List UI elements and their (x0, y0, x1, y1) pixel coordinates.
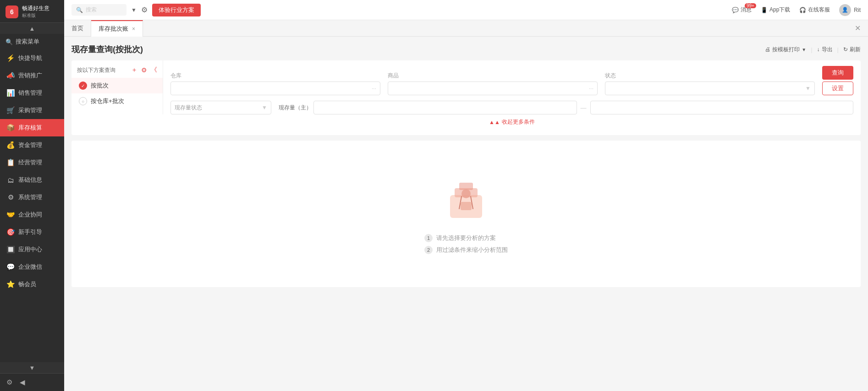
tab-close-icon[interactable]: × (132, 26, 135, 32)
sidebar-search[interactable]: 🔍 搜索菜单 (0, 34, 64, 49)
svg-point-3 (461, 189, 471, 198)
sidebar-item-sales[interactable]: 📊 销售管理 (0, 84, 64, 102)
tab-inventory-batch[interactable]: 库存批次账 × (91, 20, 143, 37)
sidebar-item-purchase[interactable]: 🛒 采购管理 (0, 102, 64, 119)
filter-sidebar-actions: ＋ ⚙ 《 (131, 66, 157, 74)
collapse-sidebar-icon[interactable]: ◀ (20, 378, 25, 386)
scheme-settings-icon[interactable]: ⚙ (141, 66, 147, 74)
product-field: 商品 ··· (388, 72, 598, 95)
filter-row-2: 现存量状态 ▼ 现存量（主） — (170, 101, 853, 114)
sidebar-nav: ⚡ 快捷导航 📣 营销推广 📊 销售管理 🛒 采购管理 📦 库存核算 💰 资金管… (0, 49, 64, 362)
app-download-action[interactable]: 📱 App下载 (761, 6, 790, 14)
sidebar-item-inventory[interactable]: 📦 库存核算 (0, 119, 64, 136)
topbar-search-box[interactable]: 🔍 搜索 (71, 4, 126, 16)
tab-panel-close-button[interactable]: ✕ (847, 24, 868, 33)
topbar-search-text: 搜索 (86, 6, 97, 14)
step-num-1: 1 (424, 234, 433, 242)
app-download-label: App下载 (769, 6, 790, 14)
tab-home-label: 首页 (71, 24, 83, 33)
refresh-icon: ↻ (843, 46, 848, 53)
nav-icon-sales: 📊 (6, 89, 15, 97)
sidebar-item-finance[interactable]: 💰 资金管理 (0, 136, 64, 154)
sidebar-scroll-up[interactable]: ▲ (0, 23, 64, 34)
sidebar: 6 畅通好生意 标准版 ▲ 🔍 搜索菜单 ⚡ 快捷导航 📣 营销推广 📊 销售管… (0, 0, 64, 391)
add-scheme-button[interactable]: ＋ (131, 66, 137, 74)
sidebar-search-label: 搜索菜单 (16, 38, 39, 46)
empty-steps: 1 请先选择要分析的方案 2 用过滤条件来缩小分析范围 (424, 234, 508, 258)
trial-button[interactable]: 体验行业方案 (152, 4, 201, 16)
brand-info: 畅通好生意 标准版 (22, 5, 49, 19)
nav-label-purchase: 采购管理 (18, 106, 42, 114)
empty-step-1-text: 请先选择要分析的方案 (436, 234, 496, 242)
search-icon: 🔍 (5, 38, 13, 45)
user-menu[interactable]: 👤 Rit (839, 4, 861, 16)
filter-sidebar-title: 按以下方案查询 (77, 66, 115, 74)
sidebar-item-operations[interactable]: 📋 经营管理 (0, 154, 64, 171)
nav-label-newbie: 新手引导 (18, 228, 42, 236)
query-button[interactable]: 查询 (822, 66, 853, 80)
nav-label-member: 畅会员 (18, 280, 36, 288)
nav-icon-marketing: 📣 (6, 71, 15, 80)
sidebar-item-system[interactable]: ⚙ 系统管理 (0, 189, 64, 206)
close-icon: ✕ (855, 24, 861, 33)
sidebar-item-enterprise[interactable]: 🤝 企业协同 (0, 206, 64, 223)
topbar: 🔍 搜索 ▼ ⚙ 体验行业方案 💬 消息 99+ 📱 App下载 🎧 在线客服 (64, 0, 868, 20)
sidebar-item-marketing[interactable]: 📣 营销推广 (0, 67, 64, 84)
settings-button[interactable]: 设置 (822, 81, 853, 95)
topbar-dropdown-icon[interactable]: ▼ (131, 7, 137, 13)
product-label: 商品 (388, 72, 598, 80)
action-buttons: 查询 设置 (822, 66, 853, 95)
sidebar-scroll-down[interactable]: ▼ (0, 362, 64, 373)
topbar-actions: 💬 消息 99+ 📱 App下载 🎧 在线客服 👤 Rit (732, 4, 861, 16)
nav-label-basic: 基础信息 (18, 176, 42, 184)
nav-icon-member: ⭐ (6, 280, 15, 288)
warehouse-label: 仓库 (170, 72, 380, 80)
svg-rect-2 (459, 183, 473, 190)
status-select[interactable]: ▼ (605, 81, 815, 95)
status-label: 状态 (605, 72, 815, 80)
print-template-label: 按模板打印 (772, 46, 800, 54)
tab-home[interactable]: 首页 (64, 20, 91, 37)
page-content: 现存量查询(按批次) 🖨 按模板打印 ▼ | ↓ 导出 | ↻ (64, 37, 868, 391)
refresh-button[interactable]: ↻ 刷新 (843, 46, 861, 54)
nav-icon-purchase: 🛒 (6, 106, 15, 114)
online-service-action[interactable]: 🎧 在线客服 (799, 6, 830, 14)
nav-label-apps: 应用中心 (18, 245, 42, 254)
scheme-by-batch-label: 按批次 (91, 81, 109, 90)
stock-status-label: 现存量状态 (175, 104, 262, 112)
scheme-item-by-warehouse-batch[interactable]: ○ 按仓库+批次 (71, 93, 163, 109)
topbar-gear-icon[interactable]: ⚙ (141, 5, 148, 14)
collapse-filter-icon[interactable]: 《 (151, 66, 157, 74)
app-logo: 6 (5, 5, 18, 18)
nav-label-operations: 经营管理 (18, 158, 42, 167)
filter-sidebar-wrapper: 按以下方案查询 ＋ ⚙ 《 ✓ 按批次 (71, 60, 163, 135)
settings-icon[interactable]: ⚙ (6, 378, 12, 386)
nav-icon-quick-nav: ⚡ (6, 54, 15, 62)
scheme-active-icon: ✓ (79, 81, 87, 90)
nav-label-finance: 资金管理 (18, 141, 42, 149)
empty-step-2-text: 用过滤条件来缩小分析范围 (436, 246, 508, 254)
warehouse-input[interactable]: ··· (170, 81, 380, 95)
export-button[interactable]: ↓ 导出 (817, 46, 833, 54)
sidebar-item-basic[interactable]: 🗂 基础信息 (0, 171, 64, 189)
message-badge: 99+ (745, 3, 756, 8)
filter-sidebar: 按以下方案查询 ＋ ⚙ 《 ✓ 按批次 (71, 60, 163, 114)
stock-main-from-input[interactable] (313, 101, 577, 114)
nav-icon-apps: 🔲 (6, 245, 15, 254)
sidebar-item-quick-nav[interactable]: ⚡ 快捷导航 (0, 49, 64, 67)
stock-main-to-input[interactable] (590, 101, 854, 114)
sidebar-item-apps[interactable]: 🔲 应用中心 (0, 241, 64, 258)
stock-status-select[interactable]: 现存量状态 ▼ (170, 101, 271, 114)
scheme-item-by-batch[interactable]: ✓ 按批次 (71, 78, 163, 93)
status-field: 状态 ▼ (605, 72, 815, 95)
sidebar-item-newbie[interactable]: 🎯 新手引导 (0, 223, 64, 241)
print-template-button[interactable]: 🖨 按模板打印 ▼ (765, 46, 806, 54)
message-action[interactable]: 💬 消息 99+ (732, 6, 752, 14)
sidebar-item-wechat[interactable]: 💬 企业微信 (0, 258, 64, 276)
refresh-label: 刷新 (850, 46, 861, 54)
collapse-more-button[interactable]: ▲▲ 收起更多条件 (170, 114, 853, 130)
empty-step-1: 1 请先选择要分析的方案 (424, 234, 508, 242)
product-input[interactable]: ··· (388, 81, 598, 95)
nav-label-quick-nav: 快捷导航 (18, 54, 42, 62)
sidebar-item-member[interactable]: ⭐ 畅会员 (0, 276, 64, 293)
